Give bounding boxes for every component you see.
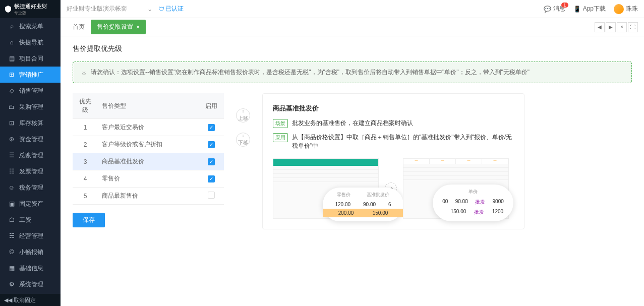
logo-title: 畅捷通好业财 [14,3,47,10]
collapse-icon: ◀◀ [4,297,12,303]
header: 好业财专业版演示帐套 ⌄ 🛡 已认证 💬 消息 1 📱 App下载 珠珠 [61,0,644,18]
sidebar-item-salary[interactable]: ☖工资 [0,212,61,228]
table-row[interactable]: 3商品基准批发价✓ [73,153,224,170]
checkbox[interactable]: ✓ [208,141,215,148]
info-panel: 商品基准批发价 场景 批发业务的基准售价，在建立商品档案时确认 应用 从【商品价… [262,93,524,229]
money-icon: ⊛ [8,136,15,143]
sidebar-item-funds[interactable]: ⊛资金管理 [0,131,61,147]
chart-icon: ☵ [8,232,15,239]
sidebar-item-label: 快捷导航 [19,38,43,47]
chevron-down-icon: ⌄ [147,6,152,13]
messages-badge: 1 [561,3,568,8]
illustration: 零售价基准批发价 120.0090.006 200.00150.00 ➔ ———… [273,158,514,219]
sidebar-item-inventory[interactable]: ⊡库存核算 [0,115,61,131]
sidebar-item-label: 发票管理 [19,167,43,176]
info-icon: ▦ [8,265,15,272]
move-down-label: 下移 [238,139,248,146]
messages-button[interactable]: 💬 消息 1 [544,5,565,13]
sidebar-item-label: 小畅报销 [19,248,43,257]
sidebar-item-sales[interactable]: ◇销售管理 [0,83,61,99]
tip-icon: ☼ [81,69,87,76]
box-icon: ⊡ [8,119,15,127]
app-download-button[interactable]: 📱 App下载 [573,5,606,13]
checkbox[interactable]: ✓ [208,175,215,182]
table-row[interactable]: 1客户最近交易价✓ [73,119,224,136]
logo: 畅捷通好业财 专业版 [0,0,61,18]
ledger-icon: ☰ [8,152,15,159]
save-button[interactable]: 保存 [73,213,105,227]
sidebar-item-base[interactable]: ▦基础信息 [0,260,61,276]
sidebar-item-assets[interactable]: ▣固定资产 [0,196,61,212]
tab-close-all-button[interactable]: × [617,22,627,32]
checkbox[interactable]: ✓ [208,124,215,131]
bubble-target: 单价 0090.00批发9000 150.00批发1200 [433,185,513,221]
chat-icon: 💬 [544,6,551,13]
phone-icon: 📱 [573,6,581,13]
verified-label: 已认证 [165,5,184,13]
sidebar-item-system[interactable]: ⚙系统管理 [0,276,61,292]
col-type: 售价类型 [98,93,199,119]
app-label: App下载 [583,5,606,13]
sidebar-item-search[interactable]: ⌕搜索菜单 [0,18,61,34]
user-menu[interactable]: 珠珠 [614,4,638,14]
sidebar-item-label: 经营管理 [19,232,43,240]
sidebar-item-purchase[interactable]: 🗀采购管理 [0,99,61,115]
table-row[interactable]: 4零售价✓ [73,170,224,188]
tax-icon: ☺ [8,184,15,191]
arrow-down-icon: ↓ [242,133,245,138]
apply-text: 从【商品价格设置】中取［商品＋销售单位］的"基准批发价"带入到"报价、单价/无税… [292,133,514,150]
sales-icon: ◇ [8,87,15,94]
scene-tag: 场景 [273,119,288,128]
sidebar-item-label: 工资 [19,216,31,224]
sidebar-collapse[interactable]: ◀◀ 取消固定 [0,294,61,306]
tab-home[interactable]: 首页 [67,20,91,34]
sidebar-item-nav[interactable]: ⌂快捷导航 [0,34,61,50]
move-down-button[interactable]: ↓ 下移 [236,133,250,147]
tab-bar: 首页 售价提取设置 × ◀ ▶ × ⛶ [61,18,644,36]
close-icon[interactable]: × [136,24,140,31]
sidebar-item-business[interactable]: ☵经营管理 [0,228,61,244]
mini-doc-target: ———— 单价 0090.00批发9000 150.00批发1200 [403,158,509,219]
sidebar-footer-label: 取消固定 [14,296,36,304]
priority-table: 优先级 售价类型 启用 1客户最近交易价✓ 2客户等级价或客户折扣✓ 3商品基准… [73,93,224,205]
logo-icon [4,5,12,13]
content: 售价提取优先级 ☼ 请您确认：选项设置--销售设置"您在制作商品标准销售报价表时… [61,36,644,306]
home-icon: ⌂ [8,39,15,46]
checkbox[interactable]: ✓ [208,158,215,165]
tab-next-button[interactable]: ▶ [606,22,616,32]
sidebar-item-invoice[interactable]: ☷发票管理 [0,163,61,179]
sidebar-item-label: 总账管理 [19,151,43,160]
sidebar-item-label: 库存核算 [19,119,43,128]
sidebar-item-tax[interactable]: ☺税务管理 [0,179,61,196]
sidebar: 畅捷通好业财 专业版 ⌕搜索菜单 ⌂快捷导航 ▤项目合同 ⊞营销推广 ◇销售管理… [0,0,61,306]
sidebar-item-label: 系统管理 [19,280,43,289]
sidebar-item-expense[interactable]: ©小畅报销 [0,244,61,260]
tab-prev-button[interactable]: ◀ [595,22,605,32]
search-icon: ⌕ [8,23,15,30]
sidebar-item-ledger[interactable]: ☰总账管理 [0,147,61,163]
checkbox[interactable] [208,192,215,199]
arrow-up-icon: ↑ [242,109,245,114]
sidebar-item-label: 营销推广 [19,71,43,79]
tab-price-settings[interactable]: 售价提取设置 × [91,20,146,34]
sidebar-item-marketing[interactable]: ⊞营销推广 [0,67,61,83]
sidebar-item-label: 项目合同 [19,54,43,63]
move-up-button[interactable]: ↑ 上移 [236,108,250,123]
marketing-icon: ⊞ [8,71,15,78]
logo-sub: 专业版 [14,10,47,16]
org-name: 好业财专业版演示帐套 [67,5,127,13]
sidebar-item-project[interactable]: ▤项目合同 [0,50,61,67]
table-row[interactable]: 2客户等级价或客户折扣✓ [73,136,224,153]
tab-label: 售价提取设置 [97,23,133,31]
user-name: 珠珠 [626,5,638,13]
org-selector[interactable]: 好业财专业版演示帐套 ⌄ [67,5,152,13]
bubble-source: 零售价基准批发价 120.0090.006 200.00150.00 [323,188,403,221]
fullscreen-button[interactable]: ⛶ [628,22,638,32]
table-row[interactable]: 5商品最新售价 [73,188,224,205]
mini-doc-source: 零售价基准批发价 120.0090.006 200.00150.00 [273,158,379,219]
sidebar-item-label: 税务管理 [19,183,43,192]
sidebar-item-label: 销售管理 [19,87,43,95]
doc-icon: ▤ [8,55,15,62]
salary-icon: ☖ [8,216,15,223]
scene-text: 批发业务的基准售价，在建立商品档案时确认 [292,119,413,128]
